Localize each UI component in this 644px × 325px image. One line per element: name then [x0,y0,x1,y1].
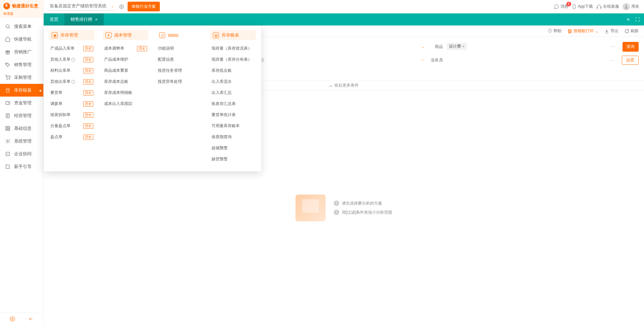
collapse-sidebar-icon[interactable] [28,316,34,322]
sidebar-item-marketing[interactable]: 营销推广 [0,46,43,58]
filter-dropdown-1[interactable]: ⌄ [254,43,426,51]
settings-gear-icon[interactable] [10,316,15,322]
sidebar-item-business[interactable]: 经营管理 [0,109,43,122]
sidebar-item-sales[interactable]: 销售管理 [0,58,43,71]
history-badge[interactable]: 历史 [83,112,93,118]
history-badge[interactable]: 历史 [83,79,93,85]
sidebar-item-search[interactable]: 搜索菜单 [0,20,43,33]
close-icon[interactable]: × [462,44,465,49]
history-badge[interactable]: 历史 [83,90,93,96]
goods-input[interactable]: 设计费 × ⋯ [446,42,617,52]
app-download-button[interactable]: App下载 [572,4,593,9]
history-badge[interactable]: 历史 [83,134,93,140]
megamenu-item[interactable]: 要货单历史 [49,87,95,98]
megamenu-item[interactable]: 其他入库单?历史 [49,54,95,65]
sidebar-item-label: 采购管理 [14,74,32,80]
sidebar-item-funds[interactable]: 资金管理 [0,97,43,109]
query-button[interactable]: 查询 [623,42,639,52]
app-download-label: App下载 [578,4,593,9]
megamenu-item[interactable]: 出入库汇总 [210,87,256,98]
online-cs-button[interactable]: 在线客服 [596,4,619,9]
megamenu-item[interactable]: 组装拆卸单历史 [49,109,95,120]
megamenu-item[interactable]: 要货单统计表 [210,109,256,120]
try-industry-button[interactable]: 体验行业方案 [128,2,160,11]
megamenu-item[interactable]: 材料出库单历史 [49,65,95,76]
megamenu-item[interactable]: 配置信息 [156,54,202,65]
sidebar-item-inventory[interactable]: 库存核算 ◂ [0,84,43,97]
goods-chip[interactable]: 设计费 × [447,43,467,50]
megamenu-item-label: 超储预警 [212,145,228,151]
sidebar-item-system[interactable]: 系统管理 [0,135,43,148]
print-label: 按模板打印 [573,28,594,34]
megamenu-item[interactable]: 其他出库单?历史 [49,76,95,87]
tab-home[interactable]: 首页 [44,13,64,25]
help-button[interactable]: ⓘ 帮助 [548,28,561,34]
help-icon: ? [71,80,75,84]
megamenu-item[interactable]: 可用量库存账本 [210,120,256,131]
sidebar-item-guide[interactable]: 新手引导 [0,160,43,173]
refresh-button[interactable]: 刷新 [625,28,639,34]
settings-button[interactable]: 设置 [622,56,639,65]
megamenu-col-inventory: ▣ 库存管理 产成品入库单历史其他入库单?历史材料出库单历史其他出库单?历史要货… [45,30,99,165]
chevron-down-icon: ⌄ [111,4,114,8]
megamenu-item[interactable]: 成本调整单历史 [103,43,148,54]
sidebar-item-quicknav[interactable]: 快捷导航 [0,33,43,46]
megamenu-item[interactable]: 产成品入库单历史 [49,43,95,54]
close-icon[interactable]: × [95,17,98,22]
history-badge[interactable]: 历史 [83,123,93,129]
fullscreen-icon[interactable] [635,17,640,22]
megamenu-item-label: 现存量（库存分布表） [212,57,252,62]
megamenu-item[interactable]: 出入库流水 [210,76,256,87]
brand-logo[interactable]: 畅捷通好生意 [0,0,43,11]
svg-point-0 [6,25,9,28]
svg-rect-12 [6,129,7,130]
megamenu-item[interactable]: 分量盘点单历史 [49,120,95,131]
sidebar-item-collab[interactable]: 企业协同 [0,148,43,160]
tab-sales-rank[interactable]: 销售排行榜 × [64,13,104,25]
megamenu-item[interactable]: 盘点单历史 [49,131,95,143]
history-badge[interactable]: 历史 [83,46,93,51]
megamenu-item[interactable]: 现存量（库存状况表） [210,43,256,54]
messages-button[interactable]: 消息 6 [554,4,568,9]
megamenu-item[interactable]: 功能说明 [156,43,202,54]
history-badge[interactable]: 历史 [137,46,147,51]
megamenu-item[interactable]: 商品成本重算 [103,65,148,76]
megamenu-item-label: 拣货任务管理 [158,68,182,73]
more-icon[interactable]: ⋯ [610,58,615,63]
megamenu-item[interactable]: 超储预警 [210,143,256,154]
print-template-button[interactable]: 按模板打印 ⌄ [567,28,598,34]
step-text: 请先选择要分析的方案 [342,201,382,206]
tab-close-all-icon[interactable] [626,17,631,22]
megamenu-item[interactable]: 库存成本总账 [103,76,148,87]
megamenu-item[interactable]: 成本出入库跟踪 [103,98,148,109]
history-badge[interactable]: 历史 [83,68,93,73]
svg-point-8 [8,103,9,103]
system-settings-icon[interactable] [119,4,124,9]
sales-input[interactable]: ⋯ [446,56,616,64]
filter-dropdown-2[interactable]: 金额 ⌄ [254,56,426,65]
megamenu-item[interactable]: 现存量（库存分布表） [210,54,256,65]
sales-label: 业务员 [431,57,443,63]
megamenu-item[interactable]: 库存批次账 [210,65,256,76]
megamenu-item[interactable]: 拣货任务管理 [156,65,202,76]
megamenu-item[interactable]: 缺货预警 [210,154,256,165]
megamenu-item[interactable]: 保质期查询 [210,131,256,143]
megamenu-item-label: 缺货预警 [212,156,228,162]
megamenu-item[interactable]: 产品成本维护 [103,54,148,65]
more-icon[interactable]: ⋯ [611,44,616,49]
megamenu-item-label: 出入库汇总 [212,90,232,96]
megamenu-item[interactable]: 库存成本明细账 [103,87,148,98]
megamenu-item[interactable]: 拣货异常处理 [156,76,202,87]
user-menu[interactable]: 用友 [623,3,639,10]
sidebar-item-basic[interactable]: 基础信息 [0,122,43,135]
megamenu-item[interactable]: 调拨单历史 [49,98,95,109]
chat-icon [554,4,559,9]
sidebar-item-purchase[interactable]: 采购管理 [0,71,43,84]
system-select[interactable]: 装备及固定资产辅助管理系统 ⌄ [48,2,116,11]
step-number-icon: 1 [334,201,339,206]
history-badge[interactable]: 历史 [83,57,93,62]
export-button[interactable]: 导出 [604,28,618,34]
megamenu-item[interactable]: 收发存汇总表 [210,98,256,109]
history-badge[interactable]: 历史 [83,101,93,107]
chart-icon: ◫ [159,32,165,38]
